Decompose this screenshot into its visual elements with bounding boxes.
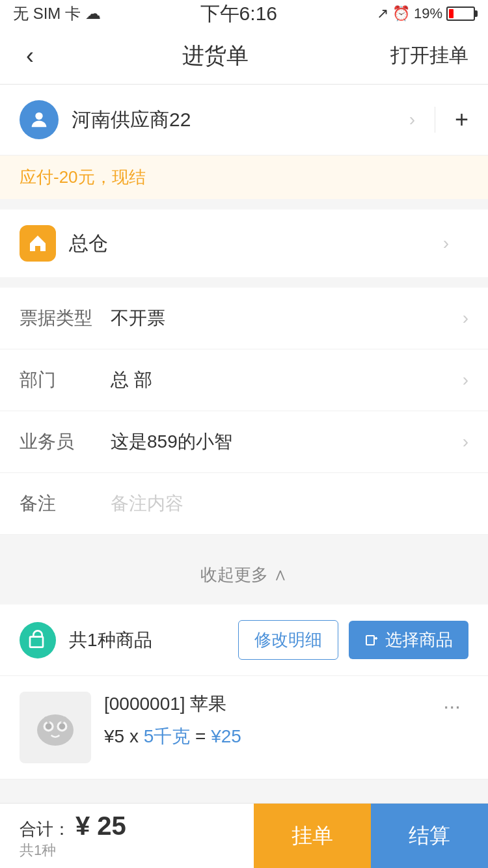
invoice-type-row[interactable]: 票据类型 不开票 › xyxy=(0,288,488,349)
svg-point-0 xyxy=(35,113,42,120)
collapse-label: 收起更多 ∧ xyxy=(200,563,287,586)
supplier-chevron-icon: › xyxy=(409,109,415,130)
page-title: 进货单 xyxy=(182,41,249,71)
hold-button[interactable]: 挂单 xyxy=(254,804,371,868)
nav-bar: ‹ 进货单 打开挂单 xyxy=(0,27,488,85)
battery-icon xyxy=(446,7,475,21)
warehouse-section: 总仓 › xyxy=(0,210,488,277)
form-section: 票据类型 不开票 › 部门 总 部 › 业务员 这是859的小智 › 备注 备注… xyxy=(0,288,488,535)
department-label: 部门 xyxy=(20,368,111,392)
house-icon xyxy=(27,233,48,254)
supplier-row[interactable]: 河南供应商22 › + xyxy=(0,85,488,156)
battery-fill xyxy=(449,9,454,18)
gps-icon: ↗ xyxy=(377,5,388,22)
warehouse-chevron-icon: › xyxy=(443,233,449,254)
product-price: ¥5 x 5千克 = ¥25 xyxy=(104,724,435,749)
total-amount: ¥ 25 xyxy=(75,811,126,841)
invoice-type-chevron-icon: › xyxy=(463,308,468,329)
products-icon xyxy=(20,622,56,658)
total-label: 合计： xyxy=(20,818,70,841)
remark-placeholder: 备注内容 xyxy=(111,491,468,516)
add-supplier-button[interactable]: + xyxy=(455,106,468,133)
product-name: [0000001] 苹果 xyxy=(104,692,435,716)
cart-icon xyxy=(27,630,48,651)
salesperson-label: 业务员 xyxy=(20,429,111,454)
back-button[interactable]: ‹ xyxy=(20,36,40,76)
products-count: 共1种商品 xyxy=(69,628,238,653)
price-x: x xyxy=(129,726,144,746)
svg-point-3 xyxy=(37,714,74,746)
department-value: 总 部 xyxy=(111,368,463,392)
supplier-name: 河南供应商22 xyxy=(72,107,409,133)
status-left: 无 SIM 卡 ☁ xyxy=(13,3,101,24)
products-header: 共1种商品 修改明细 选择商品 xyxy=(0,604,488,676)
product-item: [0000001] 苹果 ¥5 x 5千克 = ¥25 ··· xyxy=(0,676,488,780)
warehouse-icon xyxy=(20,225,56,262)
select-icon xyxy=(364,632,380,648)
warehouse-row[interactable]: 总仓 › xyxy=(0,210,488,277)
status-bar: 无 SIM 卡 ☁ 下午6:16 ↗ ⏰ 19% xyxy=(0,0,488,27)
total-sub: 共1种 xyxy=(20,841,234,860)
edit-detail-button[interactable]: 修改明细 xyxy=(238,620,338,660)
divider xyxy=(435,107,435,133)
remark-label: 备注 xyxy=(20,491,111,516)
quantity-value: 5千克 xyxy=(144,726,191,746)
svg-point-7 xyxy=(59,724,66,730)
warehouse-name: 总仓 xyxy=(69,230,443,257)
supplier-section: 河南供应商22 › + 应付-20元，现结 xyxy=(0,85,488,199)
svg-rect-2 xyxy=(366,636,374,645)
salesperson-value: 这是859的小智 xyxy=(111,429,463,454)
supplier-avatar xyxy=(20,100,59,139)
bottom-bar: 合计： ¥ 25 共1种 挂单 结算 xyxy=(0,803,488,868)
svg-rect-1 xyxy=(30,636,43,647)
status-time: 下午6:16 xyxy=(200,1,277,27)
owl-logo-icon xyxy=(29,701,81,753)
invoice-type-label: 票据类型 xyxy=(20,306,111,331)
price-value: ¥5 xyxy=(104,726,124,746)
sim-label: 无 SIM 卡 ☁ xyxy=(13,3,101,24)
salesperson-row[interactable]: 业务员 这是859的小智 › xyxy=(0,411,488,473)
main-content: 河南供应商22 › + 应付-20元，现结 总仓 › 票据类型 不开票 › 部门… xyxy=(0,85,488,855)
battery-percent: 19% xyxy=(414,5,442,22)
total-area: 合计： ¥ 25 共1种 xyxy=(0,804,254,868)
status-right: ↗ ⏰ 19% xyxy=(377,5,475,22)
select-product-button[interactable]: 选择商品 xyxy=(349,621,468,659)
svg-point-6 xyxy=(46,724,52,730)
settle-button[interactable]: 结算 xyxy=(371,804,488,868)
total-row: 合计： ¥ 25 xyxy=(20,811,234,841)
remark-row[interactable]: 备注 备注内容 xyxy=(0,473,488,535)
salesperson-chevron-icon: › xyxy=(463,431,468,452)
total-value: ¥25 xyxy=(211,726,241,746)
collapse-row[interactable]: 收起更多 ∧ xyxy=(0,545,488,604)
product-info: [0000001] 苹果 ¥5 x 5千克 = ¥25 xyxy=(104,692,435,749)
select-product-label: 选择商品 xyxy=(385,629,453,651)
alarm-icon: ⏰ xyxy=(392,5,410,22)
product-thumbnail xyxy=(20,692,91,763)
invoice-type-value: 不开票 xyxy=(111,306,463,331)
payment-alert: 应付-20元，现结 xyxy=(0,156,488,199)
user-icon xyxy=(28,109,50,131)
product-more-button[interactable]: ··· xyxy=(435,692,468,721)
products-section: 共1种商品 修改明细 选择商品 xyxy=(0,604,488,780)
department-row[interactable]: 部门 总 部 › xyxy=(0,349,488,411)
department-chevron-icon: › xyxy=(463,370,468,390)
price-equals: = xyxy=(195,726,211,746)
open-hold-button[interactable]: 打开挂单 xyxy=(390,42,468,69)
